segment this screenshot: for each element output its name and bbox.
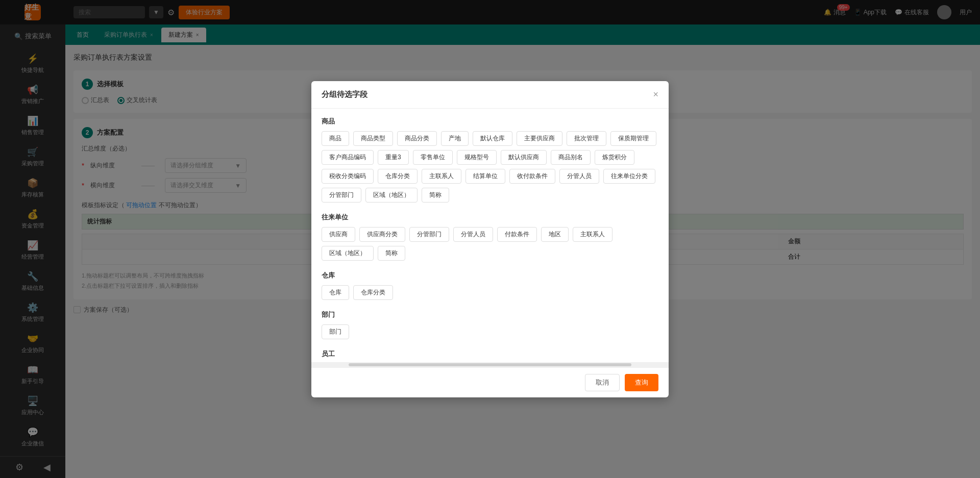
field-tag[interactable]: 主要供应商 bbox=[517, 131, 562, 146]
field-tag[interactable]: 产地 bbox=[441, 131, 469, 146]
field-tag[interactable]: 分管人员 bbox=[453, 227, 493, 242]
field-tag[interactable]: 保质期管理 bbox=[610, 131, 656, 146]
field-select-modal: 分组待选字段 × 商品 商品 商品类型 商品分类 产地 默认仓库 主要供应商 批… bbox=[311, 81, 669, 397]
field-tag[interactable]: 税收分类编码 bbox=[322, 169, 374, 184]
field-tag[interactable]: 区域（地区） bbox=[365, 188, 418, 203]
section-contact-title: 往来单位 bbox=[322, 213, 658, 222]
field-tag[interactable]: 商品 bbox=[322, 131, 349, 146]
scrollbar-track bbox=[311, 363, 669, 367]
section-staff: 员工 业务员 bbox=[322, 349, 658, 363]
field-tag[interactable]: 分管人员 bbox=[559, 169, 599, 184]
field-tag[interactable]: 分管部门 bbox=[322, 188, 361, 203]
section-contact: 往来单位 供应商 供应商分类 分管部门 分管人员 付款条件 地区 主联系人 区域… bbox=[322, 213, 658, 261]
section-goods-tags: 商品 商品类型 商品分类 产地 默认仓库 主要供应商 批次管理 保质期管理 客户… bbox=[322, 131, 658, 203]
field-tag[interactable]: 仓库分类 bbox=[378, 169, 418, 184]
field-tag[interactable]: 重量3 bbox=[378, 150, 409, 165]
section-warehouse-title: 仓库 bbox=[322, 271, 658, 280]
section-contact-tags: 供应商 供应商分类 分管部门 分管人员 付款条件 地区 主联系人 区域（地区） … bbox=[322, 227, 658, 261]
modal-footer: 取消 查询 bbox=[311, 367, 669, 397]
field-tag[interactable]: 炼货积分 bbox=[595, 150, 634, 165]
section-dept-title: 部门 bbox=[322, 310, 658, 319]
field-tag[interactable]: 商品别名 bbox=[551, 150, 591, 165]
section-warehouse-tags: 仓库 仓库分类 bbox=[322, 285, 658, 300]
field-tag[interactable]: 主联系人 bbox=[573, 227, 612, 242]
field-tag[interactable]: 付款条件 bbox=[497, 227, 537, 242]
scrollbar-thumb[interactable] bbox=[349, 363, 631, 366]
section-goods: 商品 商品 商品类型 商品分类 产地 默认仓库 主要供应商 批次管理 保质期管理… bbox=[322, 117, 658, 203]
confirm-button[interactable]: 查询 bbox=[625, 374, 658, 391]
modal-header: 分组待选字段 × bbox=[311, 81, 669, 109]
field-tag[interactable]: 简称 bbox=[422, 188, 449, 203]
field-tag[interactable]: 主联系人 bbox=[422, 169, 461, 184]
section-dept-tags: 部门 bbox=[322, 324, 658, 339]
field-tag[interactable]: 默认供应商 bbox=[501, 150, 547, 165]
section-warehouse: 仓库 仓库 仓库分类 bbox=[322, 271, 658, 300]
field-tag[interactable]: 往来单位分类 bbox=[603, 169, 655, 184]
field-tag[interactable]: 供应商分类 bbox=[359, 227, 405, 242]
field-tag[interactable]: 规格型号 bbox=[457, 150, 497, 165]
field-tag[interactable]: 默认仓库 bbox=[473, 131, 512, 146]
field-tag[interactable]: 供应商 bbox=[322, 227, 355, 242]
section-staff-title: 员工 bbox=[322, 349, 658, 359]
field-tag[interactable]: 分管部门 bbox=[409, 227, 449, 242]
field-tag[interactable]: 地区 bbox=[541, 227, 569, 242]
field-tag[interactable]: 收付款条件 bbox=[509, 169, 555, 184]
section-dept: 部门 部门 bbox=[322, 310, 658, 339]
field-tag[interactable]: 部门 bbox=[322, 324, 349, 339]
field-tag[interactable]: 商品类型 bbox=[353, 131, 393, 146]
field-tag[interactable]: 客户商品编码 bbox=[322, 150, 374, 165]
field-tag[interactable]: 仓库分类 bbox=[353, 285, 393, 300]
modal-body: 商品 商品 商品类型 商品分类 产地 默认仓库 主要供应商 批次管理 保质期管理… bbox=[311, 109, 669, 363]
field-tag[interactable]: 简称 bbox=[378, 246, 405, 261]
modal-overlay: 分组待选字段 × 商品 商品 商品类型 商品分类 产地 默认仓库 主要供应商 批… bbox=[0, 0, 980, 478]
modal-title: 分组待选字段 bbox=[322, 90, 368, 99]
field-tag[interactable]: 结算单位 bbox=[465, 169, 505, 184]
field-tag[interactable]: 批次管理 bbox=[567, 131, 606, 146]
modal-hscrollbar[interactable] bbox=[311, 362, 669, 367]
field-tag[interactable]: 商品分类 bbox=[397, 131, 437, 146]
modal-close-button[interactable]: × bbox=[653, 89, 658, 100]
cancel-button[interactable]: 取消 bbox=[585, 374, 620, 391]
field-tag[interactable]: 区域（地区） bbox=[322, 246, 374, 261]
section-goods-title: 商品 bbox=[322, 117, 658, 126]
field-tag[interactable]: 零售单位 bbox=[413, 150, 453, 165]
field-tag[interactable]: 仓库 bbox=[322, 285, 349, 300]
